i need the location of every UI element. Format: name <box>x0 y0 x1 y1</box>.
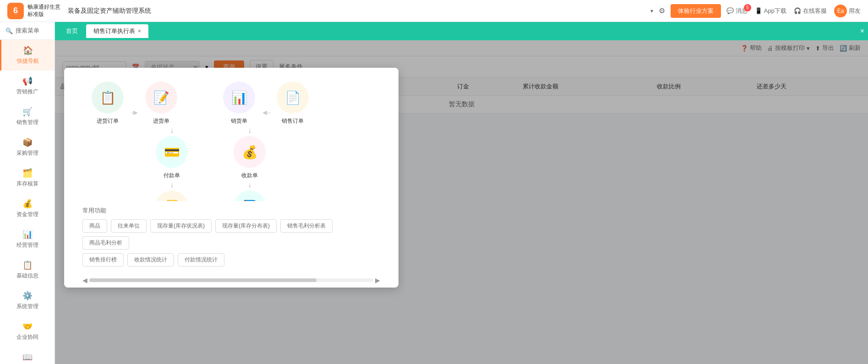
tab-bar-close-icon[interactable]: × <box>860 27 864 35</box>
home-icon: 🏠 <box>23 45 33 55</box>
system-title: 装备及固定资产辅助管理系统 <box>68 7 645 15</box>
header-right: 💬 消息 5 📱 App下载 🎧 在线客服 Ea 用友 <box>726 5 861 17</box>
online-service-action[interactable]: 🎧 在线客服 <box>794 7 827 15</box>
sidebar-item-inventory[interactable]: 🗂️ 库存核算 <box>0 163 55 193</box>
sidebar-item-enterprise[interactable]: 🤝 企业协同 <box>0 316 55 347</box>
func-buttons-row: 商品 往来单位 现存量(库存状况表) 现存量(库存分布表) 销售毛利分析表 商品… <box>82 219 380 250</box>
scrollbar-thumb <box>89 278 317 282</box>
receipt-bill-icon: 💰 <box>234 136 266 168</box>
service-icon: 🎧 <box>794 7 801 14</box>
user-avatar: Ea <box>834 5 847 17</box>
modal-overlay[interactable]: 📋 进货订单 - - - ▶ 📝 <box>55 40 868 364</box>
payment-bill-label: 付款单 <box>164 172 180 179</box>
enterprise-icon: 🤝 <box>22 321 33 331</box>
func-btn-receipt-stats[interactable]: 收款情况统计 <box>127 253 174 266</box>
common-functions-title: 常用功能 <box>82 206 380 215</box>
sidebar-search[interactable]: 🔍 搜索菜单 <box>0 22 55 40</box>
payment-bill-down-arrow: ↓ <box>151 181 192 189</box>
flow-node-receipt-bill: 💰 收款单 <box>229 136 270 179</box>
sidebar-item-marketing[interactable]: 📢 营销推广 <box>0 71 55 101</box>
flow-node-sales-order: 📄 销售订单 <box>272 81 313 125</box>
flow-node-customer-account: 📘 客户账本 <box>229 190 270 201</box>
logo-text: 畅康通好生意 标准版 <box>27 4 60 18</box>
common-functions-area: 常用功能 商品 往来单位 现存量(库存状况表) 现存量(库存分布表) 销售毛利分… <box>64 201 399 274</box>
scroll-right-btn[interactable]: ▶ <box>375 277 380 284</box>
purchase-order-label: 进货订单 <box>97 117 119 125</box>
experience-button[interactable]: 体验行业方案 <box>671 4 721 18</box>
payment-bill-icon: 💳 <box>156 136 188 168</box>
scrollbar-track[interactable] <box>89 278 373 282</box>
sales-order-label: 销售订单 <box>282 117 304 125</box>
logo-area: 6 畅康通好生意 标准版 <box>7 3 62 19</box>
message-action[interactable]: 💬 消息 5 <box>726 7 748 15</box>
scroll-arrows: ◀ ▶ <box>82 277 380 284</box>
sidebar-item-sales[interactable]: 🛒 销售管理 <box>0 101 55 132</box>
func-btn-stock-status[interactable]: 现存量(库存状况表) <box>150 219 212 233</box>
sidebar-item-basic-info[interactable]: 📋 基础信息 <box>0 255 55 285</box>
func-btn-sales-profit[interactable]: 销售毛利分析表 <box>280 219 333 233</box>
purchase-bill-label: 进货单 <box>153 117 169 125</box>
customer-account-icon: 📘 <box>234 190 266 201</box>
marketing-icon: 📢 <box>22 76 33 86</box>
func-btn-payment-stats[interactable]: 付款情况统计 <box>178 253 224 266</box>
flow-node-purchase-order: 📋 进货订单 <box>87 81 128 125</box>
flow-area: 📋 进货订单 - - - ▶ 📝 <box>64 68 399 201</box>
sales-bill-icon: 📊 <box>223 81 255 114</box>
sales-icon: 🛒 <box>22 107 33 117</box>
flow-node-supplier-account: 📒 供应商账本 <box>151 190 192 201</box>
flow-node-purchase-bill: 📝 进货单 <box>141 81 182 125</box>
dropdown-arrow[interactable]: ▾ <box>650 8 653 14</box>
user-action[interactable]: Ea 用友 <box>834 5 861 17</box>
content-area: 首页 销售订单执行表 × × ❓ 帮助 🖨 按 <box>55 22 868 364</box>
flow-node-sales-bill: 📊 销货单 <box>218 81 260 125</box>
tab-home[interactable]: 首页 <box>59 24 85 38</box>
tab-close-icon[interactable]: × <box>138 28 141 34</box>
tab-sales-order[interactable]: 销售订单执行表 × <box>86 24 148 38</box>
sidebar-item-finance[interactable]: 💰 资金管理 <box>0 193 55 224</box>
func-btn-stock-dist[interactable]: 现存量(库存分布表) <box>215 219 277 233</box>
func-btn-sales-ranking[interactable]: 销售排行榜 <box>82 253 124 266</box>
inventory-icon: 🗂️ <box>22 168 33 178</box>
sales-bill-down-arrow: ↓ <box>229 127 270 134</box>
sidebar-item-guide[interactable]: 📖 新手引导 <box>0 347 55 364</box>
scroll-left-btn[interactable]: ◀ <box>82 277 87 284</box>
func-btn-goods-profit[interactable]: 商品毛利分析 <box>82 236 129 250</box>
purchase-bill-icon: 📝 <box>145 81 177 114</box>
main-layout: 🔍 搜索菜单 🏠 快捷导航 📢 营销推广 🛒 销售管理 📦 采购管理 🗂️ <box>0 22 868 364</box>
message-badge: 5 <box>744 4 751 11</box>
purchase-icon: 📦 <box>22 137 33 147</box>
sidebar: 🔍 搜索菜单 🏠 快捷导航 📢 营销推广 🛒 销售管理 📦 采购管理 🗂️ <box>0 22 55 364</box>
page-content: ❓ 帮助 🖨 按模板打印 ▾ ⬆ 导出 🔄 刷新 <box>55 40 868 364</box>
app-download-action[interactable]: 📱 App下载 <box>755 7 786 15</box>
purchase-order-icon: 📋 <box>92 81 124 114</box>
guide-icon: 📖 <box>22 352 33 362</box>
settings-icon[interactable]: ⚙ <box>659 6 665 15</box>
func-btn-counterpart[interactable]: 往来单位 <box>111 219 147 233</box>
finance-icon: 💰 <box>22 199 33 209</box>
top-header: 6 畅康通好生意 标准版 装备及固定资产辅助管理系统 ▾ ⚙ 体验行业方案 💬 … <box>0 0 868 22</box>
sidebar-item-system[interactable]: ⚙️ 系统管理 <box>0 285 55 316</box>
modal-box: 📋 进货订单 - - - ▶ 📝 <box>64 68 399 288</box>
sales-bill-label: 销货单 <box>231 117 247 125</box>
func-buttons-row2: 销售排行榜 收款情况统计 付款情况统计 <box>82 253 380 266</box>
receipt-bill-down-arrow: ↓ <box>229 181 270 189</box>
func-btn-goods[interactable]: 商品 <box>82 219 107 233</box>
sales-order-icon: 📄 <box>277 81 309 114</box>
operations-icon: 📊 <box>22 229 33 239</box>
logo-icon: 6 <box>7 3 24 19</box>
supplier-account-icon: 📒 <box>156 190 188 201</box>
sidebar-item-operations[interactable]: 📊 经营管理 <box>0 224 55 255</box>
system-icon: ⚙️ <box>22 291 33 301</box>
modal-scrollbar: ◀ ▶ <box>64 274 399 288</box>
search-icon: 🔍 <box>5 27 13 34</box>
purchase-bill-down-arrow: ↓ <box>151 127 192 134</box>
flow-node-payment-bill: 💳 付款单 <box>151 136 192 179</box>
message-icon: 💬 <box>726 7 734 14</box>
tab-bar: 首页 销售订单执行表 × × <box>55 22 868 40</box>
download-icon: 📱 <box>755 7 762 14</box>
receipt-bill-label: 收款单 <box>241 172 258 179</box>
sidebar-item-quick-nav[interactable]: 🏠 快捷导航 <box>0 40 55 71</box>
basic-icon: 📋 <box>22 260 33 270</box>
sidebar-item-purchase[interactable]: 📦 采购管理 <box>0 132 55 163</box>
